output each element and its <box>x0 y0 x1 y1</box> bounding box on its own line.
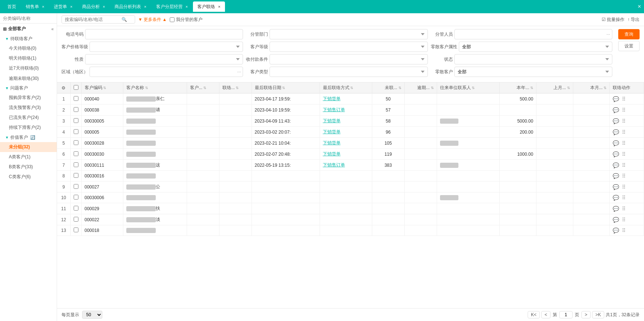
th-last-method[interactable]: 最后联络方式 <box>320 82 372 94</box>
th-this-year[interactable]: 本年... <box>500 82 536 94</box>
chat-icon[interactable]: 💬 <box>613 129 619 135</box>
query-button[interactable]: 查询 <box>618 29 640 39</box>
cell-method[interactable]: 下销货单 <box>320 94 372 105</box>
sidebar-item-class-c[interactable]: C类客户(6) <box>0 172 57 182</box>
select-nature[interactable] <box>85 54 243 64</box>
chat-icon[interactable]: 💬 <box>613 140 619 146</box>
sidebar-item-declining[interactable]: 持续下滑客户(2) <box>0 123 57 133</box>
reset-button[interactable]: 设置 <box>618 41 640 51</box>
cell-check[interactable] <box>70 225 81 236</box>
th-last-date[interactable]: 最后联络日期 <box>251 82 320 94</box>
th-this-month[interactable]: 本月... <box>573 82 610 94</box>
my-customers-checkbox[interactable]: 我分管的客户 <box>170 17 203 23</box>
cell-check[interactable] <box>70 214 81 225</box>
more-icon[interactable]: ⠿ <box>622 173 626 179</box>
cell-method[interactable]: 下销售订单 <box>320 105 372 116</box>
check-all[interactable] <box>74 85 78 90</box>
first-page-button[interactable]: K< <box>528 311 540 318</box>
chat-icon[interactable]: 💬 <box>613 206 619 212</box>
cell-method[interactable]: 下销货单 <box>320 116 372 127</box>
cell-method[interactable] <box>320 171 372 181</box>
th-last-month[interactable]: 上月... <box>536 82 573 94</box>
more-icon[interactable]: ⠿ <box>622 140 626 146</box>
collapse-icon[interactable]: « <box>51 27 54 32</box>
input-region[interactable] <box>89 67 243 77</box>
th-settings[interactable]: ⚙ <box>57 82 70 94</box>
nav-tab-sales[interactable]: 销售单 × <box>21 1 49 12</box>
sidebar-search-input[interactable] <box>3 16 57 21</box>
more-icon[interactable]: ⠿ <box>622 107 626 113</box>
dots-icon[interactable]: ··· <box>606 32 610 37</box>
sidebar-item-today-pending[interactable]: 今天待联络(0) <box>0 43 57 53</box>
cell-method[interactable] <box>320 203 372 214</box>
chat-icon[interactable]: 💬 <box>613 217 619 223</box>
cell-check[interactable] <box>70 171 81 181</box>
dots-icon[interactable]: ··· <box>237 69 241 74</box>
th-check[interactable] <box>70 82 81 94</box>
cell-check[interactable] <box>70 138 81 149</box>
next-page-button[interactable]: > <box>581 311 591 318</box>
more-icon[interactable]: ⠿ <box>622 227 626 233</box>
last-page-button[interactable]: >K <box>592 311 604 318</box>
sidebar-item-class-b[interactable]: B类客户(33) <box>0 162 57 172</box>
chat-icon[interactable]: 💬 <box>613 107 619 113</box>
sidebar-all-customers[interactable]: ⊞ 全部客户 « <box>0 24 57 34</box>
export-button[interactable]: ↑ 导出 <box>627 17 640 23</box>
close-icon[interactable]: × <box>186 4 188 9</box>
cell-check[interactable] <box>70 105 81 116</box>
sidebar-item-churned[interactable]: 已流失客户(24) <box>0 113 57 123</box>
th-name[interactable]: 客户名称 <box>123 82 187 94</box>
nav-tab-product-list[interactable]: 商品分析列表 × <box>110 1 151 12</box>
sidebar-item-overdue-pending[interactable]: 逾期未联络(30) <box>0 74 57 84</box>
nav-tab-home[interactable]: 首页 <box>3 1 21 12</box>
sidebar-item-churn-warning[interactable]: 流失预警客户(3) <box>0 103 57 113</box>
nav-tab-customer-tier[interactable]: 客户分层经营 × <box>152 1 192 12</box>
close-icon[interactable]: × <box>70 4 72 9</box>
per-page-select[interactable]: 50 100 200 <box>82 311 102 319</box>
close-icon[interactable]: × <box>144 4 146 9</box>
select-scatter-attr[interactable]: 全部 <box>459 42 612 52</box>
input-phone[interactable] <box>85 29 243 39</box>
chat-icon[interactable]: 💬 <box>613 173 619 179</box>
sidebar-item-abnormal[interactable]: 囤购异常客户(2) <box>0 93 57 103</box>
nav-tab-customer-contact[interactable]: 客户联络 × <box>193 1 225 12</box>
cell-check[interactable] <box>70 127 81 138</box>
th-code[interactable]: 客户编码 <box>81 82 123 94</box>
cell-method[interactable]: 下销货单 <box>320 127 372 138</box>
method-link[interactable]: 下销货单 <box>323 118 341 123</box>
sidebar-item-ungrouped[interactable]: 未分组(32) <box>0 142 57 152</box>
more-icon[interactable]: ⠿ <box>622 195 626 201</box>
method-link[interactable]: 下销售订单 <box>323 107 345 112</box>
sidebar-item-tomorrow-pending[interactable]: 明天待联络(1) <box>0 53 57 63</box>
cell-method[interactable] <box>320 181 372 193</box>
search-icon[interactable]: 🔍 <box>122 17 127 22</box>
window-close-icon[interactable]: × <box>638 3 641 10</box>
close-icon[interactable]: × <box>218 4 220 9</box>
cell-method[interactable] <box>320 214 372 225</box>
close-icon[interactable]: × <box>42 4 44 9</box>
nav-tab-product-analysis[interactable]: 商品分析 × <box>78 1 109 12</box>
cell-check[interactable] <box>70 203 81 214</box>
batch-op-button[interactable]: ☑ 批量操作 <box>602 17 624 23</box>
more-icon[interactable]: ⠿ <box>622 129 626 135</box>
cell-check[interactable] <box>70 149 81 160</box>
more-conditions-btn[interactable]: ▼ 更多条件 ▲ <box>138 17 167 23</box>
cell-method[interactable] <box>320 193 372 203</box>
more-icon[interactable]: ⠿ <box>622 217 626 223</box>
more-icon[interactable]: ⠿ <box>622 162 626 168</box>
sidebar-group-value[interactable]: ▼ 价值客户 🔄 <box>0 133 57 142</box>
method-link[interactable]: 下销售订单 <box>323 162 345 167</box>
select-customer-type[interactable] <box>270 67 427 77</box>
cell-check[interactable] <box>70 193 81 203</box>
more-icon[interactable]: ⠿ <box>622 96 626 102</box>
input-manager[interactable] <box>454 29 612 39</box>
select-price-level[interactable] <box>89 42 243 52</box>
chat-icon[interactable]: 💬 <box>613 118 619 124</box>
th-overdue[interactable]: 逾期... <box>404 82 437 94</box>
th-uncontacted[interactable]: 未联... <box>372 82 404 94</box>
cell-check[interactable] <box>70 116 81 127</box>
nav-tab-purchase[interactable]: 进货单 × <box>49 1 77 12</box>
method-link[interactable]: 下销货单 <box>323 140 341 145</box>
more-icon[interactable]: ⠿ <box>622 118 626 124</box>
sidebar-item-7days-pending[interactable]: 近7天待联络(0) <box>0 63 57 73</box>
